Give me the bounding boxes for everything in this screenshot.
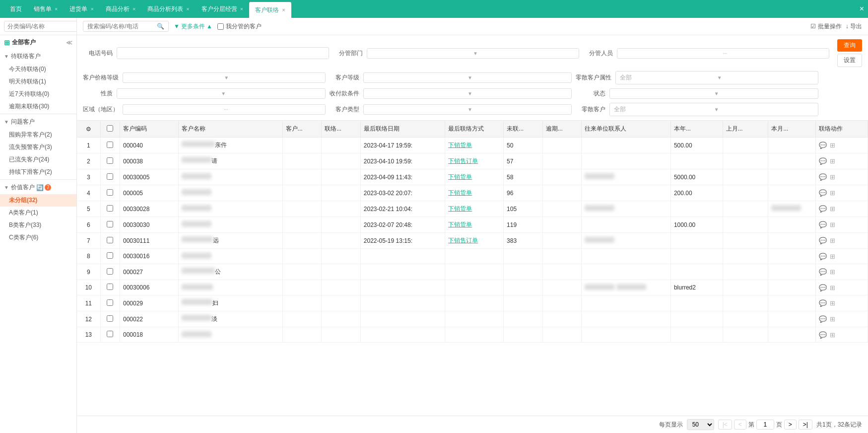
close-all-tabs[interactable]: × — [860, 4, 864, 13]
tab-product-list[interactable]: 商品分析列表 × — [141, 2, 195, 16]
search-icon[interactable]: 🔍 — [157, 23, 164, 30]
row-checkbox[interactable] — [107, 268, 113, 275]
last-way-link[interactable]: 下销货单 — [448, 221, 472, 228]
contact-icon[interactable]: 💬 — [819, 253, 827, 260]
more-action-icon[interactable]: ⊞ — [830, 237, 835, 244]
contact-icon[interactable]: 💬 — [819, 268, 827, 276]
row-checkbox[interactable] — [107, 157, 113, 164]
sidebar-group-value[interactable]: ▼ 价值客户 🔄 7 — [0, 181, 76, 194]
last-way-link[interactable]: 下销货单 — [448, 189, 472, 196]
sidebar-item-churn-warning[interactable]: 流失预警客户(3) — [0, 141, 76, 153]
contact-icon[interactable]: 💬 — [819, 173, 827, 181]
filter-payment-select[interactable]: ▼ — [363, 88, 572, 99]
row-checkbox[interactable] — [107, 221, 113, 227]
more-action-icon[interactable]: ⊞ — [830, 253, 835, 260]
contact-icon[interactable]: 💬 — [819, 142, 827, 149]
cell-cb[interactable] — [100, 185, 120, 201]
refresh-icon[interactable]: 🔄 — [36, 184, 44, 191]
sidebar-item-today[interactable]: 今天待联络(0) — [0, 63, 76, 75]
sidebar-item-churned[interactable]: 已流失客户(24) — [0, 153, 76, 166]
tab-purchase-close[interactable]: × — [90, 6, 93, 12]
cell-cb[interactable] — [100, 264, 120, 280]
tab-product-analysis-close[interactable]: × — [133, 6, 135, 12]
filter-retail-attr-select[interactable]: 全部 ▼ — [615, 71, 818, 84]
last-way-link[interactable]: 下销货单 — [448, 142, 472, 148]
filter-customer-type-select[interactable]: ▼ — [363, 104, 572, 115]
row-checkbox[interactable] — [107, 252, 113, 259]
contact-icon[interactable]: 💬 — [819, 284, 827, 291]
row-checkbox[interactable] — [107, 189, 113, 196]
tab-sales[interactable]: 销售单 × — [28, 2, 64, 16]
sidebar-group-problem[interactable]: ▼ 问题客户 — [0, 115, 76, 129]
more-filter-btn[interactable]: ▼ 更多条件 ▲ — [174, 22, 212, 31]
settings-icon[interactable]: ⚙ — [86, 126, 91, 133]
cell-cb[interactable] — [100, 217, 120, 233]
th-settings[interactable]: ⚙ — [77, 121, 100, 138]
cell-cb[interactable] — [100, 233, 120, 249]
last-way-link[interactable]: 下销售订单 — [448, 237, 478, 244]
cell-cb[interactable] — [100, 280, 120, 295]
last-way-link[interactable]: 下销货单 — [448, 205, 472, 212]
tab-customer-contact-close[interactable]: × — [282, 7, 285, 13]
sidebar-item-7days[interactable]: 近7天待联络(0) — [0, 88, 76, 100]
all-customers-header[interactable]: ⊞ 全部客户 ≪ — [0, 35, 76, 50]
sidebar-item-overdue-contact[interactable]: 逾期未联络(30) — [0, 100, 76, 113]
contact-icon[interactable]: 💬 — [819, 237, 827, 244]
contact-icon[interactable]: 💬 — [819, 315, 827, 323]
cell-cb[interactable] — [100, 327, 120, 343]
batch-op-btn[interactable]: ☑ 批量操作 — [810, 22, 841, 31]
filter-nature-select[interactable]: ▼ — [117, 88, 326, 99]
tab-customer-tier[interactable]: 客户分层经营 × — [196, 2, 249, 16]
more-action-icon[interactable]: ⊞ — [830, 315, 835, 323]
row-checkbox[interactable] — [107, 142, 113, 148]
more-action-icon[interactable]: ⊞ — [830, 142, 835, 149]
collapse-sidebar-icon[interactable]: ≪ — [66, 39, 72, 46]
sidebar-item-class-a[interactable]: A类客户(1) — [0, 207, 76, 219]
sidebar-item-ungrouped[interactable]: 未分组(32) — [0, 194, 76, 207]
tab-sales-close[interactable]: × — [55, 6, 58, 12]
filter-customer-level-select[interactable]: ▼ — [363, 72, 572, 83]
reset-button[interactable]: 设置 — [837, 54, 862, 67]
tab-customer-contact[interactable]: 客户联络 × — [249, 2, 291, 18]
cell-cb[interactable] — [100, 138, 120, 153]
more-action-icon[interactable]: ⊞ — [830, 299, 835, 307]
more-action-icon[interactable]: ⊞ — [830, 189, 835, 197]
sidebar-group-pending[interactable]: ▼ 待联络客户 — [0, 50, 76, 63]
row-checkbox[interactable] — [107, 284, 113, 290]
filter-region-select[interactable]: ··· — [123, 104, 326, 115]
row-checkbox[interactable] — [107, 237, 113, 243]
more-action-icon[interactable]: ⊞ — [830, 221, 835, 228]
more-action-icon[interactable]: ⊞ — [830, 173, 835, 181]
sidebar-item-class-b[interactable]: B类客户(33) — [0, 219, 76, 231]
sidebar-item-abnormal[interactable]: 囤购异常客户(2) — [0, 129, 76, 141]
tab-product-list-close[interactable]: × — [186, 6, 189, 12]
my-customer-input[interactable] — [217, 23, 224, 30]
more-action-icon[interactable]: ⊞ — [830, 284, 835, 291]
export-btn[interactable]: ↓ 导出 — [846, 22, 862, 31]
cell-cb[interactable] — [100, 249, 120, 264]
tab-purchase[interactable]: 进货单 × — [64, 2, 99, 16]
first-page-btn[interactable]: |< — [718, 420, 732, 430]
sidebar-item-declining[interactable]: 持续下滑客户(2) — [0, 166, 76, 178]
sidebar-item-tomorrow[interactable]: 明天待联络(1) — [0, 75, 76, 88]
filter-person-select[interactable]: ··· — [617, 48, 829, 59]
cell-cb[interactable] — [100, 153, 120, 169]
last-page-btn[interactable]: >| — [799, 420, 812, 430]
row-checkbox[interactable] — [107, 331, 113, 337]
row-checkbox[interactable] — [107, 315, 113, 322]
select-all-checkbox[interactable] — [107, 125, 113, 132]
more-action-icon[interactable]: ⊞ — [830, 331, 835, 339]
filter-retail-select[interactable]: 全部 ▼ — [609, 103, 818, 116]
contact-icon[interactable]: 💬 — [819, 221, 827, 228]
tab-product-analysis[interactable]: 商品分析 × — [100, 2, 141, 16]
more-action-icon[interactable]: ⊞ — [830, 205, 835, 213]
more-action-icon[interactable]: ⊞ — [830, 268, 835, 276]
last-way-link[interactable]: 下销售订单 — [448, 157, 478, 164]
filter-dept-select[interactable]: ▼ — [367, 48, 579, 59]
cell-cb[interactable] — [100, 169, 120, 185]
page-size-select[interactable]: 20 50 100 — [687, 419, 714, 430]
contact-icon[interactable]: 💬 — [819, 299, 827, 307]
my-customer-checkbox[interactable]: 我分管的客户 — [217, 22, 262, 31]
contact-icon[interactable]: 💬 — [819, 331, 827, 339]
filter-phone-input[interactable] — [117, 47, 329, 59]
